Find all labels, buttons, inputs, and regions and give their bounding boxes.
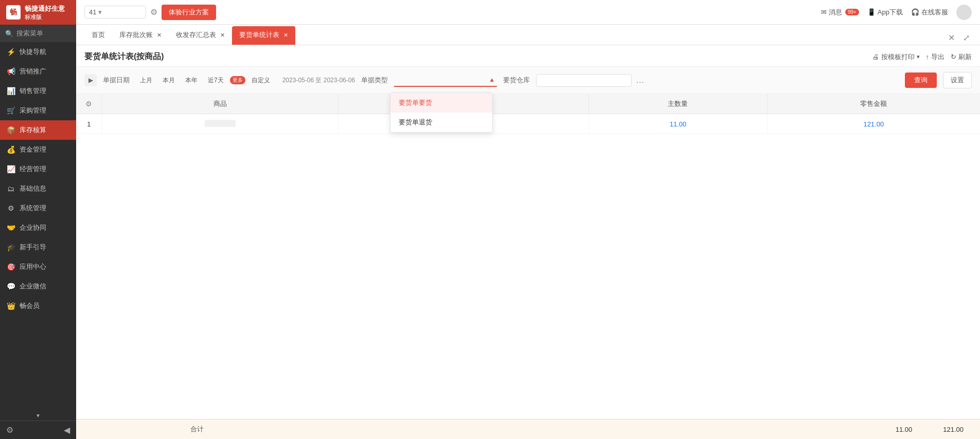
query-button[interactable]: 查询 <box>905 72 937 88</box>
sidebar-item-inventory[interactable]: 📦 库存核算 <box>0 120 76 140</box>
tab-order-summary[interactable]: 要货单统计表 ✕ <box>232 26 295 45</box>
settings-button[interactable]: 设置 <box>943 72 972 88</box>
sidebar-item-label: 基础信息 <box>20 184 46 193</box>
sidebar-item-label: 畅会员 <box>20 301 40 310</box>
sidebar-item-label: 快捷导航 <box>20 47 46 57</box>
custom-date-btn[interactable]: 自定义 <box>247 75 274 86</box>
membership-icon: 👑 <box>6 302 15 310</box>
export-button[interactable]: ↑ 导出 <box>926 52 945 62</box>
col-quantity: 主数量 <box>589 94 767 114</box>
tab-actions: ✕ ⤢ <box>946 31 972 45</box>
sidebar-collapse-icon[interactable]: ◀ <box>64 425 70 435</box>
chevron-up-icon[interactable]: ▲ <box>487 76 497 83</box>
filter-expand-button[interactable]: ▶ <box>84 74 97 86</box>
company-selector[interactable]: 41 ▾ <box>84 6 146 19</box>
type-filter-input[interactable] <box>394 74 487 86</box>
sidebar-item-label: 应用中心 <box>20 262 46 271</box>
print-button[interactable]: 🖨 按模板打印 ▾ <box>872 52 920 62</box>
sidebar-item-base-info[interactable]: 🗂 基础信息 <box>0 179 76 198</box>
topbar-right: ✉ 消息 99+ 📱 App下载 🎧 在线客服 <box>821 5 972 20</box>
table-header-row: ⚙ 商品 主计量单位 主数量 零售金额 <box>76 94 980 114</box>
tab-close-icon[interactable]: ✕ <box>157 32 162 39</box>
date-filter-label: 单据日期 <box>103 76 130 85</box>
tab-close-icon[interactable]: ✕ <box>283 32 288 39</box>
type-dropdown: 要货单要货 要货单退货 <box>390 93 493 133</box>
purchase-icon: 🛒 <box>6 106 15 115</box>
date-shortcuts: 上月 本月 本年 近7天 更多 自定义 <box>136 75 274 86</box>
sales-icon: 📊 <box>6 87 15 95</box>
sidebar-scroll-down[interactable]: ▼ <box>0 411 76 420</box>
footer-amount: 121.00 <box>943 426 964 433</box>
sidebar-item-membership[interactable]: 👑 畅会员 <box>0 296 76 316</box>
new-guide-icon: 🎓 <box>6 243 15 251</box>
tab-close-icon[interactable]: ✕ <box>220 32 225 39</box>
sidebar-item-label: 营销推广 <box>20 67 46 76</box>
last-7days-btn[interactable]: 近7天 <box>204 75 228 86</box>
tab-inventory-batch[interactable]: 库存批次账 ✕ <box>112 26 169 45</box>
sidebar-item-sales[interactable]: 📊 销售管理 <box>0 81 76 101</box>
footer-quantity: 11.00 <box>896 426 913 433</box>
page-header: 要货单统计表(按商品) 🖨 按模板打印 ▾ ↑ 导出 ↻ 刷新 <box>76 45 980 67</box>
row-amount[interactable]: 121.00 <box>767 114 980 134</box>
sidebar-item-marketing[interactable]: 📢 营销推广 <box>0 62 76 81</box>
sidebar-search-label: 搜索菜单 <box>16 29 43 38</box>
col-settings[interactable]: ⚙ <box>76 94 102 114</box>
more-dates-badge[interactable]: 更多 <box>230 76 245 84</box>
last-month-btn[interactable]: 上月 <box>136 75 156 86</box>
base-info-icon: 🗂 <box>6 185 15 193</box>
sidebar-item-wechat[interactable]: 💬 企业微信 <box>0 277 76 296</box>
topbar-gear-icon[interactable]: ⚙ <box>150 7 157 17</box>
warehouse-input[interactable] <box>536 74 632 87</box>
type-filter-label: 单据类型 <box>361 76 388 85</box>
sidebar-item-purchase[interactable]: 🛒 采购管理 <box>0 101 76 120</box>
company-name: 41 <box>89 8 96 16</box>
trial-button[interactable]: 体验行业方案 <box>162 5 216 20</box>
tab-home[interactable]: 首页 <box>84 26 112 45</box>
sidebar-item-label: 采购管理 <box>20 106 46 115</box>
table-settings-icon[interactable]: ⚙ <box>85 100 92 108</box>
user-avatar[interactable] <box>956 5 972 20</box>
more-filters-icon[interactable]: … <box>636 76 644 85</box>
wechat-icon: 💬 <box>6 282 15 290</box>
sidebar-item-operations[interactable]: 📈 经营管理 <box>0 159 76 179</box>
page-header-actions: 🖨 按模板打印 ▾ ↑ 导出 ↻ 刷新 <box>872 52 972 62</box>
sidebar-item-finance[interactable]: 💰 资金管理 <box>0 140 76 159</box>
date-range-display: 2023-05-06 至 2023-06-06 <box>280 76 355 85</box>
sidebar-item-label: 新手引导 <box>20 243 46 252</box>
app-download-button[interactable]: 📱 App下载 <box>867 8 903 17</box>
quick-nav-icon: ⚡ <box>6 48 15 56</box>
sidebar-item-enterprise[interactable]: 🤝 企业协同 <box>0 218 76 237</box>
col-product: 商品 <box>102 94 338 114</box>
operations-icon: 📈 <box>6 165 15 173</box>
table-footer: 合计 11.00 121.00 <box>76 419 980 439</box>
tab-expand-icon[interactable]: ⤢ <box>961 31 972 45</box>
system-icon: ⚙ <box>6 204 15 212</box>
dropdown-item-order-return[interactable]: 要货单退货 <box>390 113 492 132</box>
tab-label: 收发存汇总表 <box>176 30 216 40</box>
refresh-button[interactable]: ↻ 刷新 <box>951 52 972 62</box>
sidebar-header: 畅 畅捷通好生意 标准版 <box>0 0 76 25</box>
sidebar-item-system[interactable]: ⚙ 系统管理 <box>0 198 76 218</box>
warehouse-filter-label: 要货仓库 <box>503 76 530 85</box>
tab-close-all-icon[interactable]: ✕ <box>946 31 957 45</box>
sidebar: 畅 畅捷通好生意 标准版 🔍 搜索菜单 ⚡ 快捷导航 📢 营销推广 📊 销售管理… <box>0 0 76 439</box>
sidebar-item-app-center[interactable]: 🎯 应用中心 <box>0 257 76 277</box>
tab-receive-summary[interactable]: 收发存汇总表 ✕ <box>169 26 232 45</box>
messages-button[interactable]: ✉ 消息 99+ <box>821 8 859 17</box>
warehouse-filter: … <box>536 74 644 87</box>
message-icon: ✉ <box>821 8 827 16</box>
sidebar-search[interactable]: 🔍 搜索菜单 <box>0 25 76 42</box>
app-logo: 畅 <box>6 5 21 20</box>
row-quantity[interactable]: 11.00 <box>589 114 767 134</box>
phone-icon: 📱 <box>867 8 876 16</box>
online-service-button[interactable]: 🎧 在线客服 <box>911 8 948 17</box>
this-month-btn[interactable]: 本月 <box>158 75 179 86</box>
sidebar-settings-icon[interactable]: ⚙ <box>6 425 13 435</box>
table-container: ⚙ 商品 主计量单位 主数量 零售金额 1 块 <box>76 94 980 419</box>
page-title: 要货单统计表(按商品) <box>84 51 164 62</box>
app-center-icon: 🎯 <box>6 263 15 271</box>
sidebar-item-new-guide[interactable]: 🎓 新手引导 <box>0 237 76 257</box>
dropdown-item-order-request[interactable]: 要货单要货 <box>390 93 492 113</box>
this-year-btn[interactable]: 本年 <box>181 75 202 86</box>
sidebar-item-quick-nav[interactable]: ⚡ 快捷导航 <box>0 42 76 62</box>
